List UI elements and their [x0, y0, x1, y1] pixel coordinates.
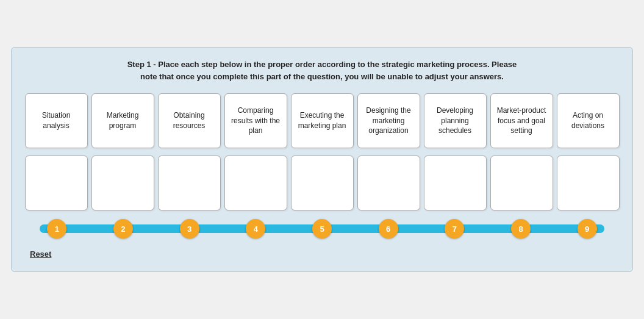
- drop-slot-6[interactable]: [357, 156, 420, 210]
- timeline-node-4: 4: [223, 219, 289, 238]
- timeline-node-2: 2: [90, 219, 157, 238]
- timeline-node-6: 6: [355, 219, 421, 238]
- timeline-node-8: 8: [488, 219, 554, 238]
- node-circle-6: 6: [379, 219, 398, 238]
- drop-row: [24, 156, 620, 210]
- instructions: Step 1 - Place each step below in the pr…: [24, 59, 620, 82]
- reset-row: Reset: [24, 248, 620, 259]
- cards-row: Situation analysisMarketing programObtai…: [24, 93, 620, 148]
- timeline-row: 123456789: [24, 219, 620, 238]
- drop-slot-5[interactable]: [291, 156, 354, 210]
- node-circle-8: 8: [511, 219, 531, 238]
- draggable-card-6[interactable]: Designing the marketing organization: [357, 93, 420, 148]
- drop-slot-3[interactable]: [158, 156, 221, 210]
- timeline-nodes: 123456789: [24, 219, 620, 238]
- drop-slot-8[interactable]: [490, 156, 553, 210]
- node-circle-3: 3: [180, 219, 199, 238]
- drop-slot-2[interactable]: [91, 156, 154, 210]
- draggable-card-8[interactable]: Market-product focus and goal setting: [490, 93, 553, 148]
- drop-slot-9[interactable]: [557, 156, 620, 210]
- node-circle-2: 2: [113, 219, 133, 238]
- draggable-card-1[interactable]: Situation analysis: [25, 93, 88, 148]
- draggable-card-2[interactable]: Marketing program: [91, 93, 154, 148]
- instruction-line2: note that once you complete this part of…: [24, 71, 620, 83]
- timeline-node-9: 9: [554, 219, 620, 238]
- main-container: Step 1 - Place each step below in the pr…: [11, 47, 633, 272]
- draggable-card-7[interactable]: Developing planning schedules: [424, 93, 487, 148]
- node-circle-4: 4: [246, 219, 265, 238]
- drop-slot-4[interactable]: [224, 156, 287, 210]
- draggable-card-9[interactable]: Acting on deviations: [557, 93, 620, 148]
- timeline-node-3: 3: [156, 219, 223, 238]
- draggable-card-4[interactable]: Comparing results with the plan: [224, 93, 287, 148]
- node-circle-1: 1: [47, 219, 66, 238]
- drop-slot-1[interactable]: [25, 156, 88, 210]
- drop-slot-7[interactable]: [424, 156, 487, 210]
- node-circle-9: 9: [578, 219, 597, 238]
- node-circle-5: 5: [312, 219, 332, 238]
- timeline-node-5: 5: [289, 219, 356, 238]
- timeline-node-1: 1: [24, 219, 90, 238]
- reset-button[interactable]: Reset: [30, 249, 51, 259]
- timeline-node-7: 7: [421, 219, 488, 238]
- draggable-card-3[interactable]: Obtaining resources: [158, 93, 221, 148]
- node-circle-7: 7: [445, 219, 464, 238]
- instruction-line1: Step 1 - Place each step below in the pr…: [24, 59, 620, 71]
- draggable-card-5[interactable]: Executing the marketing plan: [291, 93, 354, 148]
